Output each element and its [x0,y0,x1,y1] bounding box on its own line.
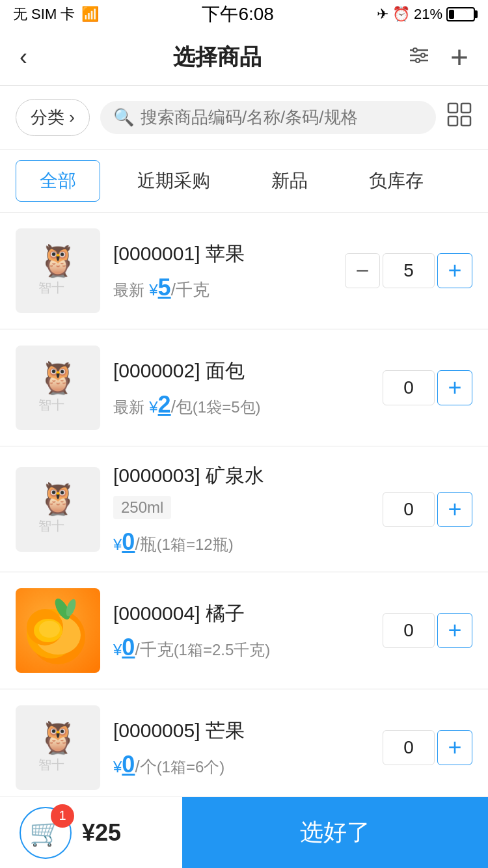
qty-controls-0000005: + [383,730,472,765]
product-image-0000001: 🦉 智十 [16,228,100,313]
product-info-0000001: [0000001] 苹果 最新 ¥5/千克 [113,241,332,301]
qty-input-0000004[interactable] [383,613,435,648]
wifi-icon: 📶 [81,6,99,23]
product-item-0000002: 🦉 智十 [0000002] 面包 最新 ¥2/包(1袋=5包) + [0,330,488,446]
svg-rect-7 [461,103,470,113]
product-image-0000003: 🦉 智十 [16,467,100,552]
qty-plus-0000003[interactable]: + [437,492,472,527]
product-image-0000005: 🦉 智十 [16,705,100,790]
product-info-0000002: [0000002] 面包 最新 ¥2/包(1袋=5包) [113,358,370,418]
tab-recent[interactable]: 近期采购 [113,160,234,202]
svg-point-3 [413,48,417,52]
carrier-text: 无 SIM 卡 [13,5,75,24]
product-name-0000005: [0000005] 芒果 [113,718,370,744]
cart-total: ¥25 [82,819,121,847]
search-input[interactable] [141,107,423,128]
cart-badge: 1 [51,804,74,828]
product-price-0000003: ¥0/瓶(1箱=12瓶) [113,528,370,556]
product-item-0000001: 🦉 智十 [0000001] 苹果 最新 ¥5/千克 − + [0,213,488,329]
status-carrier: 无 SIM 卡 📶 [13,5,99,24]
status-time: 下午6:08 [202,2,274,27]
svg-rect-6 [448,103,457,113]
qty-plus-0000001[interactable]: + [437,253,472,288]
nav-right-actions: + [407,39,468,75]
owl-logo-2: 🦉 [38,362,77,394]
product-list: 🦉 智十 [0000001] 苹果 最新 ¥5/千克 − + 🦉 智十 [0,213,488,868]
qty-plus-0000002[interactable]: + [437,370,472,405]
qty-controls-0000004: + [383,613,472,648]
product-image-0000004 [16,588,100,673]
qty-input-0000003[interactable] [383,492,435,527]
qty-controls-0000001: − + [345,253,472,288]
confirm-button[interactable]: 选好了 [182,797,488,868]
cart-icon[interactable]: 🛒 1 [20,807,72,859]
battery-icon [446,7,475,21]
status-right: ✈ ⏰ 21% [377,6,475,23]
tab-bar: 全部 近期采购 新品 负库存 [0,150,488,213]
qty-input-0000001[interactable] [383,253,435,288]
qty-plus-0000004[interactable]: + [437,613,472,648]
add-button[interactable]: + [450,39,468,75]
search-icon: 🔍 [113,107,134,128]
product-item-0000003: 🦉 智十 [0000003] 矿泉水 250ml ¥0/瓶(1箱=12瓶) + [0,447,488,571]
svg-rect-9 [461,116,470,126]
product-name-0000002: [0000002] 面包 [113,358,370,385]
location-icon: ✈ [377,6,388,23]
product-info-0000005: [0000005] 芒果 ¥0/个(1箱=6个) [113,718,370,778]
search-box: 🔍 [100,101,436,134]
qty-input-0000005[interactable] [383,730,435,765]
scan-button[interactable] [446,102,472,133]
owl-logo: 🦉 [38,245,77,277]
qty-controls-0000003: + [383,492,472,527]
product-image-0000002: 🦉 智十 [16,346,100,430]
filter-button[interactable] [407,41,431,74]
qty-input-0000002[interactable] [383,370,435,405]
qty-minus-0000001[interactable]: − [345,253,380,288]
product-name-0000003: [0000003] 矿泉水 [113,463,370,489]
filter-search-bar: 分类 › 🔍 [0,86,488,150]
qty-plus-0000005[interactable]: + [437,730,472,765]
cart-section: 🛒 1 ¥25 [0,807,182,859]
owl-logo-3: 🦉 [38,483,77,515]
tab-negative[interactable]: 负库存 [345,160,448,202]
svg-point-15 [39,621,60,638]
qty-controls-0000002: + [383,370,472,405]
product-price-0000002: 最新 ¥2/包(1袋=5包) [113,391,370,418]
back-button[interactable]: ‹ [20,44,27,71]
tab-all[interactable]: 全部 [16,160,100,202]
product-info-0000004: [0000004] 橘子 ¥0/千克(1箱=2.5千克) [113,601,370,661]
svg-point-4 [421,53,425,57]
svg-point-5 [416,59,420,62]
product-spec-0000003: 250ml [113,496,171,519]
battery-text: 21% [414,6,442,23]
product-price-0000001: 最新 ¥5/千克 [113,274,332,301]
product-price-0000005: ¥0/个(1箱=6个) [113,751,370,778]
bottom-bar: 🛒 1 ¥25 选好了 [0,796,488,868]
alarm-icon: ⏰ [392,6,410,23]
category-button[interactable]: 分类 › [16,99,90,136]
product-info-0000003: [0000003] 矿泉水 250ml ¥0/瓶(1箱=12瓶) [113,463,370,556]
status-bar: 无 SIM 卡 📶 下午6:08 ✈ ⏰ 21% [0,0,488,29]
product-item-0000005: 🦉 智十 [0000005] 芒果 ¥0/个(1箱=6个) + [0,690,488,806]
product-item-0000004: [0000004] 橘子 ¥0/千克(1箱=2.5千克) + [0,573,488,688]
svg-rect-8 [448,116,457,126]
product-name-0000001: [0000001] 苹果 [113,241,332,267]
tab-new[interactable]: 新品 [247,160,332,202]
page-title: 选择商品 [173,42,262,72]
product-price-0000004: ¥0/千克(1箱=2.5千克) [113,634,370,661]
owl-logo-5: 🦉 [38,722,77,753]
nav-bar: ‹ 选择商品 + [0,29,488,86]
product-name-0000004: [0000004] 橘子 [113,601,370,627]
